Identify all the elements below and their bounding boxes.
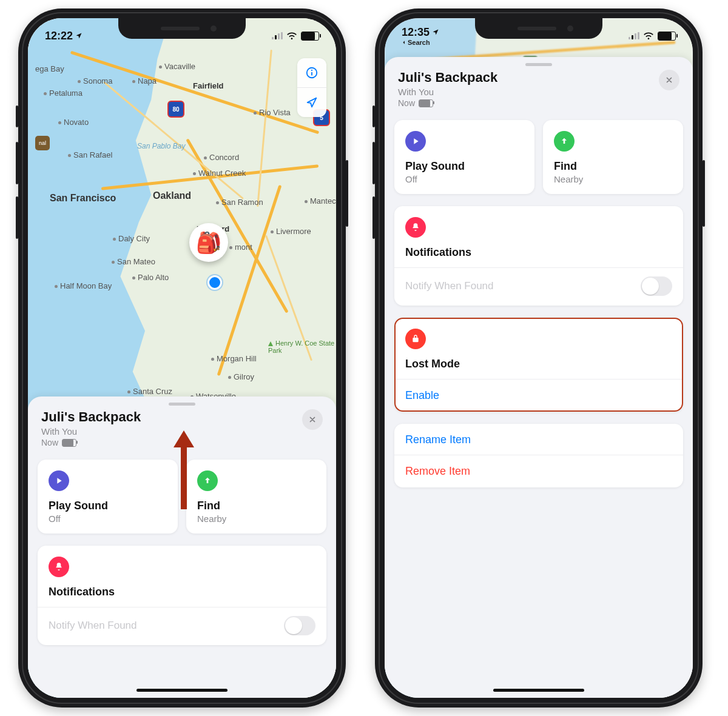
city-label: Palo Alto — [132, 273, 169, 282]
city-label: Napa — [132, 76, 157, 85]
battery-icon — [658, 32, 676, 41]
city-label: Half Moon Bay — [55, 281, 112, 290]
remove-item[interactable]: Remove Item — [394, 455, 683, 478]
lost-mode-card: Lost Mode Enable — [394, 318, 683, 412]
city-label: Concord — [204, 153, 239, 162]
svg-point-2 — [311, 70, 312, 71]
play-icon — [405, 131, 426, 152]
info-icon — [305, 66, 318, 79]
city-label: Gilroy — [228, 372, 254, 381]
map-info-button[interactable] — [297, 58, 326, 87]
notifications-card: Notifications Notify When Found — [38, 546, 326, 645]
svg-rect-1 — [311, 72, 312, 76]
current-location-dot — [207, 275, 222, 290]
home-indicator[interactable] — [136, 689, 228, 692]
play-icon — [49, 470, 69, 491]
cellular-icon — [272, 32, 283, 39]
status-time: 12:22 — [45, 30, 73, 42]
city-label: Vacaville — [159, 62, 195, 71]
location-arrow-icon — [305, 96, 318, 109]
city-label: Walnut Creek — [193, 169, 246, 178]
city-label: San Ramon — [216, 198, 263, 207]
map-controls — [297, 58, 326, 117]
item-pin[interactable]: 🎒 — [189, 223, 228, 262]
city-label: Daly City — [113, 234, 150, 243]
close-icon — [665, 76, 673, 84]
city-label-oakland: Oakland — [153, 190, 191, 201]
city-label: Livermore — [271, 227, 311, 236]
location-arrow-icon — [75, 32, 83, 39]
park-shield: nal — [35, 136, 50, 150]
bell-icon — [49, 557, 69, 577]
phone-right: 12:35 Search 238 — [375, 8, 703, 708]
swipe-up-arrow-annotation — [174, 430, 193, 509]
phone-left: 12:22 — [18, 8, 346, 708]
notch — [475, 18, 602, 39]
play-sound-card[interactable]: Play Sound Off — [394, 120, 534, 194]
find-card[interactable]: Find Nearby — [543, 120, 683, 194]
wifi-icon — [643, 30, 654, 41]
notify-when-found-label: Notify When Found — [405, 280, 494, 292]
notifications-card: Notifications Notify When Found — [394, 206, 683, 306]
map-locate-button[interactable] — [297, 87, 326, 117]
city-label: San Mateo — [112, 257, 155, 266]
status-time: 12:35 — [402, 26, 430, 39]
city-label: Santa Cruz — [127, 387, 172, 396]
home-indicator[interactable] — [493, 689, 584, 692]
item-sheet-expanded[interactable]: Juli's Backpack With You Now — [385, 57, 693, 698]
item-meta: Now — [398, 98, 497, 108]
backpack-icon: 🎒 — [196, 230, 221, 255]
close-icon — [308, 415, 317, 424]
city-label: San Rafael — [68, 150, 112, 159]
close-button[interactable] — [659, 70, 679, 90]
bay-label: San Pablo Bay — [137, 142, 185, 150]
city-label-sf: San Francisco — [50, 193, 116, 204]
cellular-icon — [629, 32, 639, 39]
park-label: Henry W. Coe State Park — [268, 340, 336, 354]
city-label: Petaluma — [44, 89, 83, 98]
back-to-app[interactable]: Search — [402, 39, 430, 46]
chevron-left-icon — [402, 40, 406, 45]
wifi-icon — [286, 30, 297, 41]
notch — [118, 18, 246, 39]
city-label: mont — [229, 243, 252, 252]
close-button[interactable] — [302, 409, 323, 430]
notify-toggle[interactable] — [641, 276, 672, 296]
sheet-grabber[interactable] — [169, 403, 195, 406]
play-sound-card[interactable]: Play Sound Off — [38, 460, 178, 534]
city-label: Manteca — [305, 196, 336, 206]
city-label: ega Bay — [35, 64, 64, 73]
city-label: Rio Vista — [254, 108, 291, 117]
notify-toggle[interactable] — [284, 616, 315, 635]
sheet-grabber[interactable] — [525, 63, 552, 66]
item-title: Juli's Backpack — [398, 70, 497, 85]
rename-item[interactable]: Rename Item — [394, 424, 683, 446]
item-title: Juli's Backpack — [41, 409, 141, 425]
battery-icon — [62, 439, 76, 447]
city-label: Sonoma — [78, 76, 112, 85]
arrow-up-icon — [197, 470, 218, 491]
find-card[interactable]: Find Nearby — [186, 460, 326, 534]
lock-icon — [405, 329, 426, 349]
notify-when-found-label: Notify When Found — [49, 620, 137, 632]
item-subtitle: With You — [398, 87, 497, 97]
location-arrow-icon — [432, 28, 439, 36]
city-label: Novato — [58, 118, 89, 127]
arrow-up-icon — [554, 131, 575, 152]
lost-mode-enable[interactable]: Enable — [394, 379, 683, 402]
item-subtitle: With You — [41, 426, 141, 437]
battery-icon — [419, 99, 433, 107]
city-label: Morgan Hill — [211, 354, 257, 363]
bell-icon — [405, 217, 426, 238]
battery-icon — [301, 32, 319, 41]
item-management-card: Rename Item Remove Item — [394, 424, 683, 487]
item-meta: Now — [41, 438, 141, 447]
highway-shield: 80 — [167, 101, 184, 118]
city-label: Fairfield — [193, 81, 224, 90]
